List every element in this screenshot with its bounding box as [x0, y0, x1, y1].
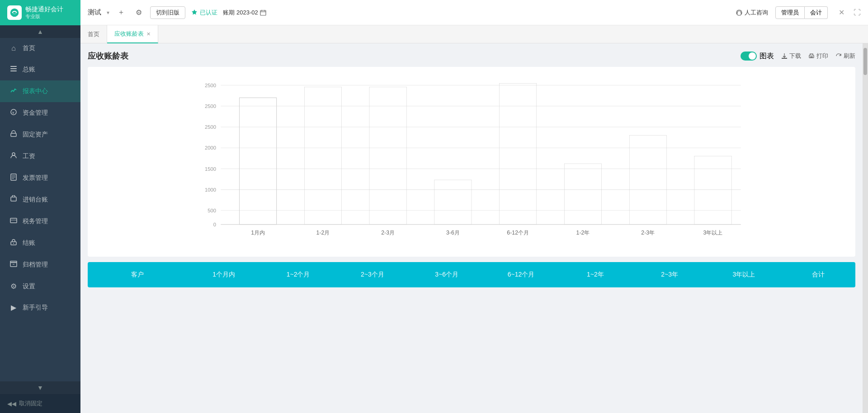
- sidebar-item-home[interactable]: ⌂ 首页: [0, 38, 80, 59]
- app-edition: 专业版: [25, 13, 63, 20]
- table-container: 客户 1个月内 1~2个月 2~3个月 3~6个月 6~12: [88, 262, 855, 287]
- sidebar-item-funds-label: 资金管理: [23, 109, 48, 117]
- app-logo-icon: [7, 5, 22, 20]
- user-btn[interactable]: 管理员: [775, 6, 805, 19]
- svg-rect-13: [10, 218, 17, 223]
- svg-text:2500: 2500: [205, 103, 216, 109]
- svg-rect-47: [239, 98, 276, 224]
- main-content: 测试 ▾ ＋ ⚙ 切到旧版 已认证 账期 2023-02 人工咨询 管理员 会计…: [80, 0, 868, 413]
- svg-text:6-12个月: 6-12个月: [507, 230, 529, 236]
- sidebar-item-reports[interactable]: 报表中心: [0, 80, 80, 102]
- svg-text:¥: ¥: [12, 111, 14, 115]
- svg-text:2500: 2500: [205, 124, 216, 130]
- download-btn[interactable]: 下载: [781, 52, 801, 60]
- svg-text:1-2年: 1-2年: [576, 230, 590, 236]
- svg-rect-51: [500, 83, 537, 224]
- funds-icon: ¥: [9, 108, 18, 117]
- sidebar-item-archive-label: 归档管理: [23, 261, 48, 269]
- window-expand-icon[interactable]: ⛶: [854, 9, 861, 17]
- sidebar-item-settings[interactable]: ⚙ 设置: [0, 276, 80, 297]
- sidebar-item-tax[interactable]: 税务管理: [0, 211, 80, 232]
- svg-rect-3: [10, 70, 17, 71]
- sidebar-item-funds[interactable]: ¥ 资金管理: [0, 102, 80, 124]
- consult-btn[interactable]: 人工咨询: [736, 9, 768, 17]
- sidebar-item-ledger-label: 总账: [23, 66, 35, 74]
- assets-icon: [9, 130, 18, 139]
- svg-text:2-3月: 2-3月: [381, 230, 395, 236]
- sidebar-item-assets[interactable]: 固定资产: [0, 124, 80, 145]
- svg-text:2000: 2000: [205, 145, 216, 150]
- company-name: 测试: [88, 8, 101, 17]
- sidebar-item-payroll-label: 工资: [23, 152, 35, 160]
- th-2-3month: 2~3个月: [335, 262, 410, 287]
- page-title: 应收账龄表: [88, 51, 128, 61]
- svg-rect-52: [564, 164, 601, 225]
- sidebar-item-invoice[interactable]: 发票管理: [0, 167, 80, 189]
- cancel-fixed-btn[interactable]: ◀◀ 取消固定: [0, 394, 80, 413]
- sidebar-item-close[interactable]: 结账: [0, 232, 80, 254]
- scrollbar[interactable]: [863, 43, 868, 413]
- sidebar-item-ledger[interactable]: 总账: [0, 59, 80, 80]
- sidebar-item-payroll[interactable]: 工资: [0, 145, 80, 167]
- svg-text:3-6月: 3-6月: [446, 230, 460, 236]
- svg-text:2-3年: 2-3年: [641, 230, 655, 236]
- chart-toggle-label: 图表: [760, 52, 774, 61]
- topbar-right: 人工咨询 管理员 会计 ✕ ⛶: [736, 6, 861, 19]
- settings-btn[interactable]: ⚙: [133, 6, 145, 19]
- add-company-btn[interactable]: ＋: [115, 6, 127, 19]
- pin-icon: ◀◀: [7, 400, 16, 407]
- payroll-icon: [9, 152, 18, 161]
- svg-text:3年以上: 3年以上: [703, 230, 723, 236]
- svg-rect-20: [260, 10, 266, 15]
- window-close-icon[interactable]: ✕: [839, 8, 844, 17]
- tab-home[interactable]: 首页: [80, 25, 107, 43]
- th-1month: 1个月内: [187, 262, 261, 287]
- sidebar-scroll-up[interactable]: ▲: [0, 25, 80, 38]
- role-btn[interactable]: 会计: [805, 6, 828, 19]
- sidebar-item-inventory[interactable]: 进销台账: [0, 189, 80, 211]
- verified-label: 已认证: [200, 9, 217, 17]
- sidebar: 畅捷通好会计 专业版 ▲ ⌂ 首页 总账 报表中心 ¥ 资金管理: [0, 0, 80, 413]
- print-btn[interactable]: 打印: [808, 52, 828, 60]
- tab-ar-aging[interactable]: 应收账龄表 ✕: [107, 25, 158, 43]
- calendar-icon[interactable]: [260, 9, 266, 16]
- tab-close-icon[interactable]: ✕: [146, 31, 151, 37]
- tab-ar-aging-label: 应收账龄表: [114, 30, 144, 38]
- sidebar-item-archive[interactable]: 归档管理: [0, 254, 80, 276]
- chart-toggle[interactable]: 图表: [741, 52, 774, 61]
- period-display: 账期 2023-02: [223, 9, 266, 17]
- tab-bar: 首页 应收账龄表 ✕: [80, 25, 868, 43]
- cancel-fixed-label: 取消固定: [19, 399, 42, 408]
- refresh-btn[interactable]: 刷新: [835, 52, 855, 60]
- svg-rect-1: [10, 66, 17, 67]
- toggle-track[interactable]: [741, 52, 757, 61]
- chart-container: 2500 2500 2500 2000 1500 1000 500 0: [88, 67, 855, 257]
- sidebar-item-guide[interactable]: ▶ 新手引导: [0, 297, 80, 318]
- svg-rect-18: [10, 261, 17, 263]
- settings-icon: ⚙: [9, 282, 18, 291]
- page-actions: 图表 下载 打印 刷新: [741, 52, 855, 61]
- svg-rect-28: [810, 56, 813, 57]
- scroll-thumb[interactable]: [863, 48, 867, 75]
- print-icon: [808, 53, 815, 59]
- svg-point-0: [10, 8, 19, 17]
- th-3plus-year: 3年以上: [707, 262, 781, 287]
- consult-label: 人工咨询: [745, 9, 768, 17]
- archive-icon: [9, 260, 18, 269]
- company-dropdown[interactable]: ▾: [107, 9, 109, 16]
- svg-rect-54: [694, 156, 731, 225]
- sidebar-item-reports-label: 报表中心: [23, 87, 48, 95]
- sidebar-scroll-down[interactable]: ▼: [0, 381, 80, 394]
- switch-version-btn[interactable]: 切到旧版: [150, 6, 185, 19]
- close-account-icon: [9, 239, 18, 248]
- home-icon: ⌂: [9, 44, 18, 52]
- th-1-2year: 1~2年: [558, 262, 632, 287]
- svg-text:1月内: 1月内: [251, 230, 265, 236]
- svg-rect-50: [434, 180, 472, 225]
- svg-rect-45: [239, 98, 276, 224]
- svg-point-7: [12, 153, 15, 155]
- svg-point-16: [13, 243, 14, 244]
- th-6-12month: 6~12个月: [484, 262, 558, 287]
- tax-icon: [9, 217, 18, 226]
- table-header: 客户 1个月内 1~2个月 2~3个月 3~6个月 6~12: [88, 262, 855, 287]
